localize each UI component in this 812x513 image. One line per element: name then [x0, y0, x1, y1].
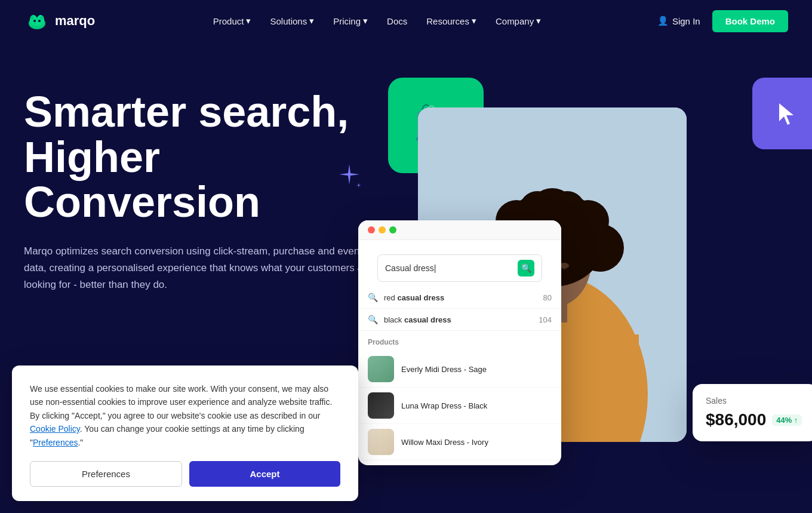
chevron-down-icon: ▾ — [536, 16, 541, 26]
suggestion-text: red casual dress — [384, 293, 444, 302]
nav-actions: 👤 Sign In Book Demo — [657, 10, 788, 32]
search-query-text: Casual dress| — [385, 263, 513, 273]
suggestion-count: 80 — [543, 293, 552, 302]
chevron-down-icon: ▾ — [246, 16, 251, 26]
cookie-banner: We use essential cookies to make our sit… — [12, 365, 358, 501]
cookie-policy-link[interactable]: Cookie Policy — [30, 424, 80, 434]
hero-visuals: 🛍️ — [358, 42, 812, 513]
product-name: Willow Maxi Dress - Ivory — [401, 438, 488, 447]
cursor-card — [752, 78, 812, 149]
close-dot — [368, 226, 375, 234]
logo-icon — [24, 8, 50, 34]
suggestions-list: 🔍 red casual dress 80 🔍 black casual dre… — [358, 287, 561, 331]
preferences-button[interactable]: Preferences — [30, 461, 182, 487]
sales-amount-row: $86,000 44% ↑ — [706, 410, 805, 429]
sign-in-button[interactable]: 👤 Sign In — [657, 16, 700, 26]
search-input-area[interactable]: Casual dress| 🔍 — [377, 254, 542, 282]
chevron-down-icon: ▾ — [472, 16, 476, 26]
product-thumbnail — [368, 392, 394, 419]
search-icon: 🔍 — [521, 263, 531, 273]
accept-button[interactable]: Accept — [189, 461, 340, 487]
cursor-icon — [773, 99, 803, 128]
suggestion-count: 104 — [539, 315, 552, 324]
svg-point-8 — [38, 20, 41, 22]
user-icon: 👤 — [657, 16, 669, 26]
suggestion-item[interactable]: 🔍 red casual dress 80 — [358, 287, 561, 309]
preferences-inline-link[interactable]: Preferences — [33, 438, 78, 447]
svg-text:marqo: marqo — [55, 13, 95, 28]
search-icon-small: 🔍 — [368, 293, 378, 302]
nav-docs[interactable]: Docs — [387, 16, 407, 26]
product-thumbnail — [368, 356, 394, 382]
chevron-down-icon: ▾ — [363, 16, 368, 26]
suggestion-item[interactable]: 🔍 black casual dress 104 — [358, 309, 561, 331]
cookie-text: We use essential cookies to make our sit… — [30, 382, 340, 449]
product-item[interactable]: Willow Maxi Dress - Ivory — [358, 424, 561, 460]
svg-point-6 — [31, 18, 43, 26]
hero-title: Smarter search, Higher Conversion — [24, 90, 406, 225]
search-submit-button[interactable]: 🔍 — [518, 260, 534, 277]
products-section-label: Products — [358, 336, 561, 351]
nav-solutions[interactable]: Solutions ▾ — [270, 16, 314, 26]
sales-card: Sales $86,000 44% ↑ — [693, 384, 812, 441]
sales-amount: $86,000 — [706, 410, 766, 429]
product-name: Luna Wrap Dress - Black — [401, 401, 487, 410]
nav-company[interactable]: Company ▾ — [496, 16, 541, 26]
logo[interactable]: marqo — [24, 8, 97, 34]
sparkle-decoration — [334, 161, 364, 191]
hero-description: Marqo optimizes search conversion using … — [24, 243, 382, 293]
window-controls — [368, 226, 552, 234]
product-name: Everly Midi Dress - Sage — [401, 365, 487, 374]
cookie-actions: Preferences Accept — [30, 461, 340, 487]
nav-pricing[interactable]: Pricing ▾ — [333, 16, 368, 26]
sales-badge: 44% ↑ — [772, 414, 802, 426]
product-item[interactable]: Luna Wrap Dress - Black — [358, 388, 561, 424]
search-icon-small: 🔍 — [368, 315, 378, 324]
navbar: marqo Product ▾ Solutions ▾ Pricing ▾ Do… — [0, 0, 812, 42]
maximize-dot — [389, 226, 396, 234]
product-thumbnail — [368, 429, 394, 455]
product-item[interactable]: Everly Midi Dress - Sage — [358, 351, 561, 388]
minimize-dot — [379, 226, 386, 234]
nav-links: Product ▾ Solutions ▾ Pricing ▾ Docs Res… — [213, 16, 541, 26]
search-widget: Casual dress| 🔍 🔍 red casual dress 80 — [358, 220, 561, 465]
book-demo-button[interactable]: Book Demo — [712, 10, 788, 32]
sales-label: Sales — [706, 396, 805, 406]
logo-text: marqo — [55, 13, 97, 29]
hero-content: Smarter search, Higher Conversion Marqo … — [24, 66, 406, 317]
nav-resources[interactable]: Resources ▾ — [426, 16, 476, 26]
nav-product[interactable]: Product ▾ — [213, 16, 251, 26]
chevron-down-icon: ▾ — [309, 16, 314, 26]
svg-point-7 — [33, 20, 36, 22]
suggestion-text: black casual dress — [384, 315, 451, 324]
products-section: Products Everly Midi Dress - Sage Luna W… — [358, 331, 561, 465]
